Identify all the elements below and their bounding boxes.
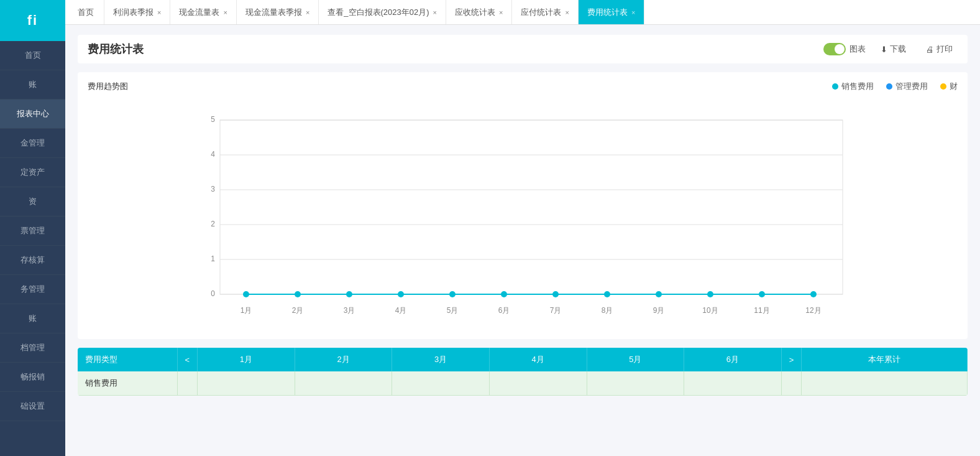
print-button[interactable]: 🖨 打印 <box>921 41 958 57</box>
svg-text:6月: 6月 <box>498 306 510 315</box>
svg-text:3: 3 <box>211 185 215 193</box>
close-tab-cashflow-quarterly[interactable]: × <box>306 9 309 16</box>
row-m3 <box>392 371 490 396</box>
tab-profit-quarterly[interactable]: 利润表季报 × <box>104 0 170 25</box>
tab-bar: 首页 利润表季报 × 现金流量表 × 现金流量表季报 × 查看_空白报表(202… <box>65 0 980 25</box>
svg-text:8月: 8月 <box>602 306 613 315</box>
tab-cashflow-quarterly[interactable]: 现金流量表季报 × <box>237 0 319 25</box>
sidebar-item-write-off[interactable]: 畅报销 <box>0 363 65 392</box>
svg-text:0: 0 <box>211 289 215 298</box>
svg-point-31 <box>552 291 559 297</box>
tab-receivable[interactable]: 应收统计表 × <box>446 0 512 25</box>
col-nav-prev[interactable]: < <box>177 348 198 371</box>
row-m2 <box>295 371 392 396</box>
sidebar-item-resources[interactable]: 资 <box>0 187 65 216</box>
svg-text:1月: 1月 <box>240 306 252 315</box>
header-actions: 图表 ⬇ 下载 🖨 打印 <box>823 41 958 57</box>
main-area: 首页 利润表季报 × 现金流量表 × 现金流量表季报 × 查看_空白报表(202… <box>65 0 980 456</box>
row-type: 销售费用 <box>78 371 177 396</box>
svg-text:4: 4 <box>211 150 215 159</box>
svg-point-33 <box>656 291 662 297</box>
chart-toggle[interactable] <box>823 43 846 55</box>
print-icon: 🖨 <box>926 45 934 54</box>
sidebar-item-account[interactable]: 账 <box>0 70 65 100</box>
row-nav-prev-cell <box>177 371 198 396</box>
svg-text:2月: 2月 <box>292 306 304 315</box>
sidebar-item-service-mgmt[interactable]: 务管理 <box>0 275 65 304</box>
col-m4: 4月 <box>489 348 587 371</box>
legend-dot-sales <box>832 83 838 90</box>
tab-blank-report[interactable]: 查看_空白报表(2023年02月) × <box>319 0 446 25</box>
svg-text:3月: 3月 <box>344 306 355 315</box>
data-table-container: 费用类型 < 1月 2月 3月 4月 5月 6月 > 本年累计 销售费用 <box>78 348 968 396</box>
page-header: 费用统计表 图表 ⬇ 下载 🖨 打印 <box>78 35 968 63</box>
trend-chart: 0 1 2 3 4 5 1月 2月 <box>88 98 958 330</box>
sidebar: fi 首页 账 报表中心 金管理 定资产 资 票管理 存核算 务管理 账 档管理… <box>0 0 65 456</box>
col-nav-next[interactable]: > <box>781 348 802 371</box>
close-tab-blank-report[interactable]: × <box>433 9 437 16</box>
next-arrow-icon[interactable]: > <box>789 355 794 365</box>
col-m5: 5月 <box>587 348 684 371</box>
chart-container: 费用趋势图 销售费用 管理费用 财 <box>78 72 968 339</box>
tab-home[interactable]: 首页 <box>68 0 104 25</box>
table-header-row: 费用类型 < 1月 2月 3月 4月 5月 6月 > 本年累计 <box>78 348 968 371</box>
svg-text:12月: 12月 <box>805 306 821 315</box>
close-tab-profit-quarterly[interactable]: × <box>157 9 161 16</box>
svg-text:2: 2 <box>211 220 215 228</box>
sidebar-item-home[interactable]: 首页 <box>0 41 65 70</box>
sidebar-logo: fi <box>0 0 65 41</box>
legend-admin: 管理费用 <box>886 81 928 92</box>
col-m6: 6月 <box>684 348 782 371</box>
svg-text:10月: 10月 <box>702 306 718 315</box>
row-nav-next-cell <box>781 371 802 396</box>
chart-header: 费用趋势图 销售费用 管理费用 财 <box>88 81 958 92</box>
sidebar-item-inventory[interactable]: 存核算 <box>0 246 65 275</box>
sidebar-item-file-mgmt[interactable]: 档管理 <box>0 333 65 363</box>
svg-point-26 <box>295 291 301 297</box>
svg-point-28 <box>398 291 404 297</box>
svg-point-30 <box>501 291 507 297</box>
sidebar-item-report-center[interactable]: 报表中心 <box>0 100 65 129</box>
legend-dot-finance <box>940 83 946 90</box>
col-ytd: 本年累计 <box>802 348 968 371</box>
chart-toggle-label: 图表 <box>823 43 866 55</box>
close-tab-receivable[interactable]: × <box>499 9 503 16</box>
row-ytd <box>802 371 968 396</box>
close-tab-expense[interactable]: × <box>631 9 635 16</box>
svg-text:4月: 4月 <box>395 306 407 315</box>
row-m5 <box>587 371 684 396</box>
svg-text:7月: 7月 <box>550 306 562 315</box>
table-row: 销售费用 <box>78 371 968 396</box>
svg-text:11月: 11月 <box>754 306 769 315</box>
close-tab-payable[interactable]: × <box>565 9 569 16</box>
sidebar-item-ledger[interactable]: 账 <box>0 304 65 333</box>
svg-text:5月: 5月 <box>447 306 459 315</box>
prev-arrow-icon[interactable]: < <box>185 355 190 365</box>
trend-chart-svg: 0 1 2 3 4 5 1月 2月 <box>88 98 958 328</box>
row-m4 <box>489 371 587 396</box>
svg-rect-12 <box>220 120 843 294</box>
sidebar-item-fund-mgmt[interactable]: 金管理 <box>0 129 65 158</box>
col-type: 费用类型 <box>78 348 177 371</box>
chart-title: 费用趋势图 <box>88 81 128 92</box>
svg-point-36 <box>810 291 817 297</box>
tab-payable[interactable]: 应付统计表 × <box>512 0 578 25</box>
svg-point-35 <box>759 291 765 297</box>
svg-text:5: 5 <box>211 115 215 124</box>
col-m1: 1月 <box>198 348 295 371</box>
legend-dot-admin <box>886 83 892 90</box>
page-title: 费用统计表 <box>88 42 144 57</box>
sidebar-item-fixed-assets[interactable]: 定资产 <box>0 158 65 187</box>
row-m1 <box>198 371 295 396</box>
download-icon: ⬇ <box>881 45 887 54</box>
sidebar-item-invoice-mgmt[interactable]: 票管理 <box>0 216 65 246</box>
tab-cashflow[interactable]: 现金流量表 × <box>170 0 236 25</box>
row-m6 <box>684 371 782 396</box>
chart-legend: 销售费用 管理费用 财 <box>832 81 958 92</box>
sidebar-item-base-settings[interactable]: 础设置 <box>0 392 65 421</box>
close-tab-cashflow[interactable]: × <box>223 9 227 16</box>
tab-expense[interactable]: 费用统计表 × <box>579 0 644 25</box>
legend-finance: 财 <box>940 81 958 92</box>
download-button[interactable]: ⬇ 下载 <box>876 41 911 57</box>
svg-text:9月: 9月 <box>653 306 665 315</box>
